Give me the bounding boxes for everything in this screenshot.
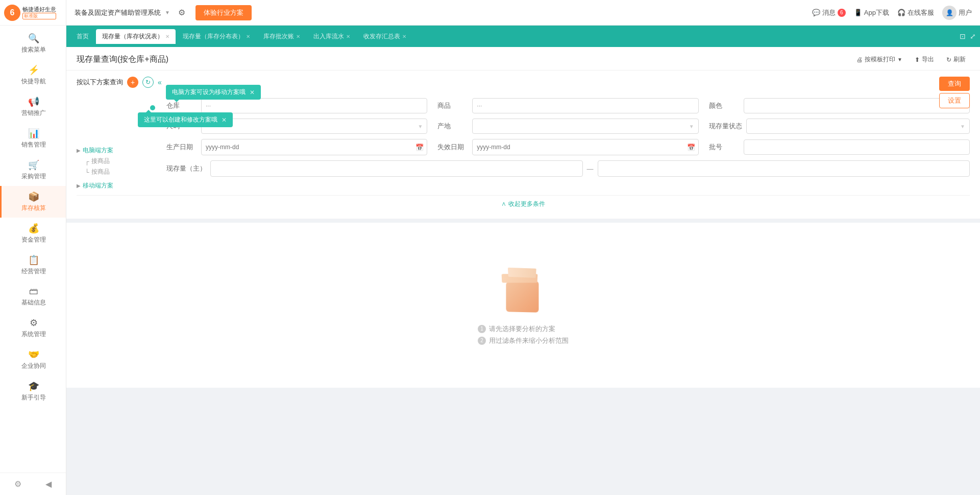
app-download-item[interactable]: 📱 App下载 [854,8,889,17]
tab-inventory-dist-close[interactable]: ✕ [246,34,250,39]
filter-expire-date: 失效日期 📅 [437,139,698,155]
logo-badge: 标准版 [22,13,56,20]
header-settings-icon[interactable]: ⚙ [178,8,185,17]
sidebar-item-search-menu[interactable]: 🔍 搜索菜单 [0,28,66,59]
quantity-dash: — [587,165,594,173]
expire-date-input[interactable] [473,139,683,155]
sidebar-item-finance[interactable]: 💰 资金管理 [0,218,66,249]
print-label: 按模板打印 [865,55,895,64]
tab-in-out-flow-close[interactable]: ✕ [346,34,350,39]
sidebar-item-label: 系统管理 [21,330,46,339]
content-separator [66,219,980,223]
print-icon: 🖨 [856,56,863,63]
expire-date-label: 失效日期 [437,143,468,152]
search-button[interactable]: 查询 [939,77,970,91]
inventory-icon: 📦 [28,191,39,202]
tab-receipt-summary[interactable]: 收发存汇总表 ✕ [357,29,412,44]
sidebar-item-base-info[interactable]: 🗃 基础信息 [0,281,66,312]
sidebar-item-label: 快捷导航 [21,77,46,86]
tab-receipt-summary-close[interactable]: ✕ [402,34,406,39]
tab-bar-right-actions: ⊡ ⤢ [960,32,976,40]
tree-mobile-group[interactable]: ▶ 移动端方案 [77,180,158,191]
app-download-icon: 📱 [854,9,862,16]
tree-sub-item1[interactable]: ┌ 接商品 [85,156,158,167]
goods-select[interactable]: ··· [472,98,698,113]
origin-chevron-icon: ▼ [689,124,694,129]
sidebar-item-operation[interactable]: 📋 经营管理 [0,249,66,281]
hint-1-text: 请先选择要分析的方案 [489,323,555,335]
tab-inventory-status[interactable]: 现存量（库存状况表） ✕ [96,29,176,44]
app-download-label: App下载 [864,8,889,17]
main-area: 装备及固定资产辅助管理系统 ▼ ⚙ 体验行业方案 💬 消息 6 📱 App下载 … [66,0,980,495]
sidebar-item-label: 营销推广 [21,109,46,117]
filter-warehouse: 仓库 ··· [166,98,427,113]
empty-text: 1 请先选择要分析的方案 2 用过滤条件来缩小分析范围 [478,323,569,347]
settings-footer-btn[interactable]: ⚙ [12,477,23,491]
sidebar-item-purchase[interactable]: 🛒 采购管理 [0,154,66,186]
quantity-max-wrap [598,160,970,177]
origin-select[interactable]: ▼ [472,119,698,134]
sidebar-item-quick-nav[interactable]: ⚡ 快捷导航 [0,59,66,91]
collapse-sidebar-btn[interactable]: ◀ [43,477,54,491]
user-item[interactable]: 👤 用户 [942,6,972,20]
produce-date-input[interactable] [202,139,412,155]
refresh-btn[interactable]: ↻ 刷新 [942,53,970,66]
tab-home-label: 首页 [77,32,89,41]
size-chevron-icon: ▼ [418,124,423,129]
hint-2-text: 用过滤条件来缩小分析范围 [489,335,569,346]
size-select[interactable]: ▼ [201,119,427,134]
add-tooltip-close[interactable]: ✕ [250,89,255,96]
settings-button[interactable]: 设置 [939,93,970,108]
quantity-min-input[interactable] [211,161,582,176]
filter-refresh-btn[interactable]: ↻ [142,77,154,88]
system-name: 装备及固定资产辅助管理系统 [75,8,161,17]
export-btn[interactable]: ⬆ 导出 [911,53,938,66]
sidebar-item-label: 经营管理 [21,267,46,276]
quantity-max-input[interactable] [598,161,970,176]
print-template-btn[interactable]: 🖨 按模板打印 ▼ [852,53,906,66]
online-service-item[interactable]: 🎧 在线客服 [897,8,934,17]
solution-button[interactable]: 体验行业方案 [195,5,252,20]
stock-status-chevron-icon: ▼ [960,124,965,129]
restore-icon[interactable]: ⊡ [960,32,966,40]
sidebar-item-marketing[interactable]: 📢 营销推广 [0,91,66,123]
produce-date-cal-icon[interactable]: 📅 [412,144,427,151]
tree-sub-label1: 接商品 [91,157,110,166]
tab-batch-ledger-close[interactable]: ✕ [296,34,300,39]
sidebar-item-sales[interactable]: 📊 销售管理 [0,123,66,154]
batch-input[interactable] [744,139,970,155]
stock-status-select[interactable]: ▼ [746,119,970,134]
expand-icon[interactable]: ⤢ [970,32,976,40]
tree-pc-label: 电脑端方案 [83,146,113,155]
expire-date-input-wrap: 📅 [472,139,698,155]
tab-batch-ledger[interactable]: 库存批次账 ✕ [257,29,306,44]
filter-area: 按以下方案查询 + ↻ « 电脑方案可设为移动方案哦 ✕ 这里可以创建和修改方案… [66,70,980,219]
sidebar-item-newbie[interactable]: 🎓 新手引导 [0,375,66,407]
goods-dots: ··· [477,102,482,109]
tab-in-out-flow[interactable]: 出入库流水 ✕ [307,29,356,44]
tab-receipt-summary-label: 收发存汇总表 [363,32,400,41]
system-selector[interactable]: 装备及固定资产辅助管理系统 ▼ [75,8,170,17]
warehouse-select[interactable]: ··· [201,98,427,113]
finance-icon: 💰 [28,223,39,234]
tab-inventory-status-close[interactable]: ✕ [165,34,169,39]
tree-sub-item2[interactable]: └ 按商品 [85,167,158,177]
filter-add-btn[interactable]: + [127,77,138,88]
sidebar-item-enterprise[interactable]: 🤝 企业协同 [0,344,66,375]
expire-date-cal-icon[interactable]: 📅 [684,144,698,151]
export-label: 导出 [922,55,934,64]
color-select[interactable]: ▼ [744,98,970,113]
tab-home[interactable]: 首页 [70,29,95,44]
edit-tooltip-close[interactable]: ✕ [222,116,227,124]
top-header: 装备及固定资产辅助管理系统 ▼ ⚙ 体验行业方案 💬 消息 6 📱 App下载 … [66,0,980,26]
message-item[interactable]: 💬 消息 6 [812,8,846,17]
tab-inventory-dist[interactable]: 现存量（库存分布表） ✕ [177,29,256,44]
tree-pc-group[interactable]: ▶ 电脑端方案 [77,145,158,156]
export-icon: ⬆ [915,56,920,63]
sidebar-item-inventory[interactable]: 📦 库存核算 [0,186,66,218]
filter-arrow-btn[interactable]: « [158,78,162,86]
filter-label: 按以下方案查询 [77,78,123,87]
box-top [508,268,536,278]
collapse-bar[interactable]: ∧ 收起更多条件 [77,195,970,213]
sidebar-item-system[interactable]: ⚙ 系统管理 [0,312,66,344]
